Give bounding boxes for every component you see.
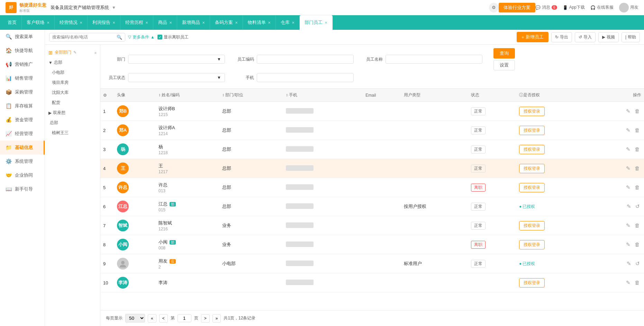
dept-tree-item-zongbu[interactable]: ▼ 总部 (45, 58, 100, 68)
close-icon[interactable]: ✕ (145, 21, 148, 25)
delete-button[interactable]: 🗑 (633, 126, 641, 134)
edit-button[interactable]: ✎ (625, 203, 633, 210)
edit-button[interactable]: ✎ (625, 146, 632, 153)
online-service-button[interactable]: 🎧 在线客服 (590, 5, 614, 10)
delete-button[interactable]: 🗑 (633, 222, 641, 229)
edit-button[interactable]: ✎ (625, 279, 632, 287)
dept-tree-item-xiaodian[interactable]: 小电部 (45, 68, 100, 78)
video-button[interactable]: ▶ 视频 (598, 32, 619, 42)
delete-button[interactable]: 🗑 (633, 146, 641, 153)
nav-tab-home[interactable]: 首页 (3, 15, 22, 30)
nav-tab-history[interactable]: 经营历程 ✕ (120, 15, 153, 30)
sidebar-item-collab[interactable]: 🤝 企业协同 (0, 168, 45, 182)
dropdown-arrow-icon[interactable]: ▼ (112, 5, 116, 10)
emp-name-input[interactable] (386, 55, 482, 64)
edit-button[interactable]: ✎ (625, 260, 633, 267)
edit-button[interactable]: ✎ (625, 222, 632, 229)
dept-tree-item-shuangzuoxiang[interactable]: ▶ 双座想 (45, 108, 100, 118)
nav-tab-barcode[interactable]: 条码方案 ✕ (210, 15, 243, 30)
phone-input[interactable] (257, 73, 354, 82)
dept-tree-item-shenyang[interactable]: 沈阳大库 (45, 88, 100, 98)
nav-tab-dept-staff[interactable]: 部门员工 ✕ (300, 15, 333, 30)
sidebar-item-basic-info[interactable]: 📁 基础信息 (0, 141, 45, 155)
edit-button[interactable]: ✎ (625, 126, 632, 134)
sidebar-item-purchase[interactable]: 📦 采购管理 (0, 85, 45, 99)
prev-page-button[interactable]: < (159, 314, 168, 323)
nav-tab-profit[interactable]: 利润报告 ✕ (88, 15, 120, 30)
nav-tab-bom[interactable]: 物料清单 ✕ (243, 15, 276, 30)
help-button[interactable]: | 帮助 (622, 32, 640, 42)
close-icon[interactable]: ✕ (292, 21, 294, 25)
close-icon[interactable]: ✕ (169, 21, 172, 25)
app-download-button[interactable]: 📱 App下载 (563, 5, 585, 10)
th-settings[interactable]: ⚙ (100, 89, 114, 102)
dept-tree-item-zhishu[interactable]: 植树王三 (45, 128, 100, 138)
search-input[interactable] (52, 35, 115, 39)
auth-login-button[interactable]: 授权登录 (519, 126, 545, 135)
more-conditions-button[interactable]: ▽ 更多条件 ▲ (128, 34, 155, 40)
show-resigned-toggle[interactable]: ✓ 显示离职员工 (157, 34, 189, 40)
nav-tab-customer[interactable]: 客户联络 ✕ (22, 15, 55, 30)
sidebar-item-sales[interactable]: 📊 销售管理 (0, 71, 45, 85)
auth-login-button[interactable]: 授权登录 (519, 145, 545, 154)
gear-button[interactable]: ⚙ (489, 3, 499, 12)
page-number-input[interactable] (178, 314, 191, 322)
close-icon[interactable]: ✕ (268, 21, 271, 25)
edit-button[interactable]: ✎ (625, 107, 632, 115)
nav-tab-new-goods[interactable]: 新增商品 ✕ (177, 15, 210, 30)
edit-button[interactable]: ✎ (625, 241, 632, 248)
nav-tab-operation[interactable]: 经营情况 ✕ (55, 15, 88, 30)
delete-button[interactable]: ↺ (634, 260, 641, 267)
close-icon[interactable]: ✕ (235, 21, 238, 25)
emp-status-select[interactable]: ▼ (128, 73, 225, 82)
message-button[interactable]: 💬 消息 6 (535, 5, 557, 10)
dept-tree-item-zongbu2[interactable]: 总部 (45, 118, 100, 128)
auth-login-button[interactable]: 授权登录 (519, 240, 545, 249)
edit-button[interactable]: ✎ (625, 165, 632, 172)
auth-login-button[interactable]: 授权登录 (519, 183, 545, 192)
last-page-button[interactable]: » (212, 314, 221, 323)
export-button[interactable]: ↻ 导出 (551, 32, 572, 42)
sidebar-item-finance[interactable]: 💰 资金管理 (0, 113, 45, 127)
sidebar-item-system[interactable]: ⚙️ 系统管理 (0, 155, 45, 168)
nav-tab-goods[interactable]: 商品 ✕ (153, 15, 177, 30)
per-page-select[interactable]: 50 20 100 (125, 314, 145, 323)
search-box[interactable]: 🔍 (49, 33, 125, 42)
delete-button[interactable]: 🗑 (633, 279, 641, 286)
delete-button[interactable]: 🗑 (633, 184, 641, 191)
th-dept[interactable]: ↕ 部门/职位 (219, 89, 283, 102)
close-icon[interactable]: ✕ (325, 21, 327, 25)
close-icon[interactable]: ✕ (112, 21, 115, 25)
dept-tree-item-peihuo[interactable]: 配货 (45, 98, 100, 108)
close-icon[interactable]: ✕ (202, 21, 205, 25)
nav-tab-warehouse[interactable]: 仓库 ✕ (276, 15, 300, 30)
sidebar-item-shortcut[interactable]: 🏠 快捷导航 (0, 44, 45, 58)
add-employee-button[interactable]: + 新增员工 (517, 32, 548, 42)
delete-button[interactable]: 🗑 (633, 107, 641, 115)
emp-code-input[interactable] (257, 55, 354, 64)
dept-select[interactable]: ▼ (128, 55, 225, 64)
set-button[interactable]: 设置 (493, 60, 515, 70)
next-page-button[interactable]: > (201, 314, 210, 323)
dept-tree-header[interactable]: ⊞ 全部部门 ✎ « (45, 47, 100, 58)
th-name[interactable]: ↕ 姓名/编码 (156, 89, 219, 102)
query-button[interactable]: 查询 (493, 48, 515, 59)
delete-button[interactable]: ↺ (634, 203, 641, 210)
dept-tree-item-project[interactable]: 项目库房 (45, 78, 100, 88)
auth-login-button[interactable]: 授权登录 (519, 221, 545, 230)
sidebar-item-inventory[interactable]: 📋 库存核算 (0, 99, 45, 113)
delete-button[interactable]: 🗑 (633, 241, 641, 248)
close-icon[interactable]: ✕ (47, 21, 49, 25)
auth-login-button[interactable]: 授权登录 (519, 278, 545, 288)
sidebar-item-operation[interactable]: 📈 经营管理 (0, 127, 45, 141)
auth-login-button[interactable]: 授权登录 (519, 164, 545, 173)
delete-button[interactable]: 🗑 (633, 165, 641, 172)
close-icon[interactable]: ✕ (80, 21, 82, 25)
auth-login-button[interactable]: 授权登录 (519, 107, 545, 116)
edit-button[interactable]: ✎ (625, 184, 632, 191)
user-menu[interactable]: 用友 (619, 3, 638, 12)
trial-button[interactable]: 体验行业方案 (499, 3, 535, 12)
first-page-button[interactable]: « (148, 314, 156, 323)
sidebar-item-guide[interactable]: 📖 新手引导 (0, 182, 45, 196)
import-button[interactable]: ↺ 导入 (575, 32, 596, 42)
